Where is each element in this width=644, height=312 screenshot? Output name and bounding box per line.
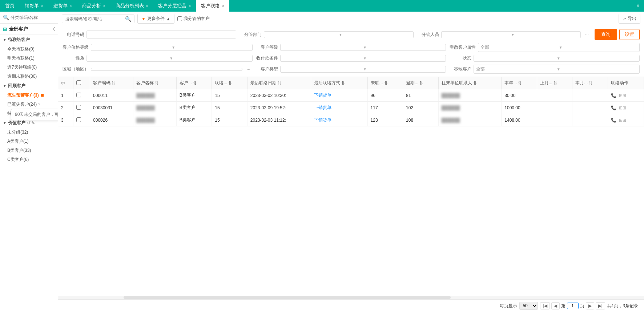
- sidebar-item-overdue-contact[interactable]: 逾期未联络(30): [0, 72, 58, 81]
- chevron-down-icon: ▼: [339, 33, 411, 37]
- sidebar-section-lost-title[interactable]: ▼ 回顾客户: [0, 81, 58, 91]
- th-name[interactable]: 客户名称 ⇅: [133, 77, 176, 89]
- action-icon-more[interactable]: ⊞⊞: [619, 93, 626, 98]
- sidebar-item-class-b[interactable]: B类客户(33): [0, 146, 58, 155]
- page-first-button[interactable]: |◀: [540, 302, 550, 309]
- row-checkbox[interactable]: [76, 105, 81, 110]
- th-company-contact[interactable]: 往来单位联系人 ⇅: [438, 77, 502, 89]
- my-customers-checkbox-label[interactable]: 我分管的客户: [177, 16, 210, 22]
- cell-this-year: 1408.00: [502, 114, 537, 126]
- filter-dept-select[interactable]: ▼: [264, 31, 414, 38]
- tab-close-sales[interactable]: ×: [41, 4, 43, 8]
- page-next-button[interactable]: ▶: [586, 302, 594, 309]
- th-last-contact-method[interactable]: 最后联络方式 ⇅: [311, 77, 367, 89]
- settings-button[interactable]: 设置: [619, 29, 640, 40]
- page-input[interactable]: [567, 303, 579, 309]
- action-icon-phone[interactable]: 📞: [611, 105, 616, 110]
- th-type[interactable]: 客户... ⇅: [176, 77, 212, 89]
- cell-company-contact: ██████: [438, 89, 502, 102]
- th-last-contact-date[interactable]: 最后联络日期 ⇅: [247, 77, 311, 89]
- window-close-button[interactable]: ×: [632, 3, 644, 9]
- tab-customer-contact[interactable]: 客户联络 ×: [196, 0, 229, 12]
- contact-method-link[interactable]: 下销货单: [314, 117, 331, 122]
- tab-home[interactable]: 首页: [0, 0, 20, 12]
- filter-customer-level-select[interactable]: ▼: [280, 44, 446, 51]
- toolbar-search-icon[interactable]: 🔍: [125, 16, 131, 22]
- cell-last-month: [537, 102, 572, 114]
- export-button[interactable]: ↗ 导出: [619, 14, 640, 24]
- th-overdue[interactable]: 逾期... ⇅: [403, 77, 439, 89]
- contact-method-link[interactable]: 下销货单: [314, 93, 331, 98]
- cell-name: ██████: [133, 114, 176, 126]
- sidebar-item-churned[interactable]: 已流失客户(24) ?: [0, 100, 58, 109]
- cell-company-contact: ██████: [438, 102, 502, 114]
- tab-customer-tier[interactable]: 客户分层经营 ×: [153, 0, 196, 12]
- select-all-checkbox[interactable]: [76, 80, 81, 85]
- row-checkbox[interactable]: [76, 93, 81, 97]
- filter-phone-input[interactable]: [86, 31, 236, 39]
- cell-name: ██████: [133, 102, 176, 114]
- th-code[interactable]: 客户编码 ⇅: [90, 77, 133, 89]
- filter-payment-select[interactable]: ▼: [280, 55, 446, 62]
- filter-nature-select[interactable]: ▼: [86, 55, 253, 62]
- tab-close-analysis-list[interactable]: ×: [146, 4, 148, 8]
- page-prev-button[interactable]: ◀: [551, 302, 560, 309]
- tab-close-purchase[interactable]: ×: [70, 4, 72, 8]
- tab-close-analysis[interactable]: ×: [103, 4, 105, 8]
- sidebar-section-pending-title[interactable]: ▼ 待联络客户: [0, 35, 58, 45]
- sidebar-search-input[interactable]: [11, 15, 58, 20]
- cell-uncontacted: 117: [367, 102, 403, 114]
- action-icon-phone[interactable]: 📞: [611, 118, 616, 123]
- tab-close-customer-contact[interactable]: ×: [222, 4, 224, 8]
- toolbar-search-input[interactable]: [65, 16, 125, 21]
- sidebar-item-7day-contact[interactable]: 近7天待联络(0): [0, 63, 58, 72]
- more-conditions-button[interactable]: ▼ 更多条件 ▲: [137, 14, 174, 24]
- sidebar-item-tomorrow-contact[interactable]: 明天待联络(1): [0, 54, 58, 63]
- sidebar-item-churn-warning[interactable]: 流失预警客户(3): [0, 91, 58, 100]
- sidebar-item-class-a[interactable]: A类客户(1): [0, 137, 58, 146]
- tab-analysis[interactable]: 商品分析 ×: [77, 0, 110, 12]
- sidebar-all-customers[interactable]: ⊞ 全部客户 《: [0, 24, 58, 35]
- filter-person: 分管人员 ▼ ···: [417, 31, 591, 38]
- sidebar-item-class-c[interactable]: C类客户(6): [0, 155, 58, 164]
- filter-retail-attr-select[interactable]: 全部 ▼: [478, 43, 640, 52]
- tab-sales[interactable]: 销货单 ×: [20, 0, 48, 12]
- th-this-month[interactable]: 本月... ⇅: [572, 77, 608, 89]
- filter-price-level-select[interactable]: ▼: [91, 44, 253, 51]
- filter-status-select[interactable]: ▼: [474, 55, 640, 62]
- tab-bar: 首页 销货单 × 进货单 × 商品分析 × 商品分析列表 × 客户分层经营 × …: [0, 0, 644, 12]
- tab-close-customer-tier[interactable]: ×: [189, 4, 191, 8]
- my-customers-checkbox[interactable]: [177, 16, 182, 21]
- refresh-icon[interactable]: ↺: [27, 121, 31, 126]
- action-icon-phone[interactable]: 📞: [611, 93, 616, 98]
- edit-icon[interactable]: ✎: [31, 121, 35, 126]
- query-button[interactable]: 查询: [595, 29, 617, 40]
- filter-person-select[interactable]: ▼: [441, 31, 581, 38]
- cell-last-method: 下销货单: [311, 102, 367, 114]
- tab-purchase[interactable]: 进货单 ×: [48, 0, 77, 12]
- filter-retail-customer-select[interactable]: 全部 ▼: [474, 65, 640, 74]
- sidebar-item-ungroup[interactable]: 未分组(32): [0, 128, 58, 137]
- page-size-select[interactable]: 10 20 50 100: [519, 302, 538, 310]
- tab-analysis-list[interactable]: 商品分析列表 ×: [110, 0, 153, 12]
- tooltip-churn-warning: 90天未交易的客户，可能有流失风险。: [11, 109, 58, 120]
- th-contact[interactable]: 联络... ⇅: [212, 77, 247, 89]
- cell-code: 00030031: [90, 102, 133, 114]
- collapse-icon[interactable]: 《: [51, 27, 55, 32]
- th-last-month[interactable]: 上月... ⇅: [537, 77, 572, 89]
- filter-more-dots-1[interactable]: ···: [583, 31, 591, 38]
- filter-region-select[interactable]: [91, 68, 242, 71]
- contact-method-link[interactable]: 下销货单: [314, 105, 331, 110]
- row-checkbox[interactable]: [76, 117, 81, 122]
- filter-customer-type-select[interactable]: ▼: [280, 66, 446, 73]
- chevron-down-icon-3: ▼: [172, 45, 250, 49]
- page-last-button[interactable]: ▶|: [596, 302, 605, 309]
- th-uncontacted[interactable]: 未联... ⇅: [367, 77, 403, 89]
- th-this-year[interactable]: 本年... ⇅: [502, 77, 537, 89]
- cell-index: 2: [58, 102, 73, 114]
- action-icon-more[interactable]: ⊞⊞: [619, 118, 626, 123]
- horizontal-scrollbar[interactable]: [58, 296, 644, 299]
- sidebar-item-today-contact[interactable]: 今天待联络(0): [0, 45, 58, 54]
- filter-more-dots-2[interactable]: ···: [245, 66, 253, 73]
- action-icon-more[interactable]: ⊞⊞: [619, 105, 626, 110]
